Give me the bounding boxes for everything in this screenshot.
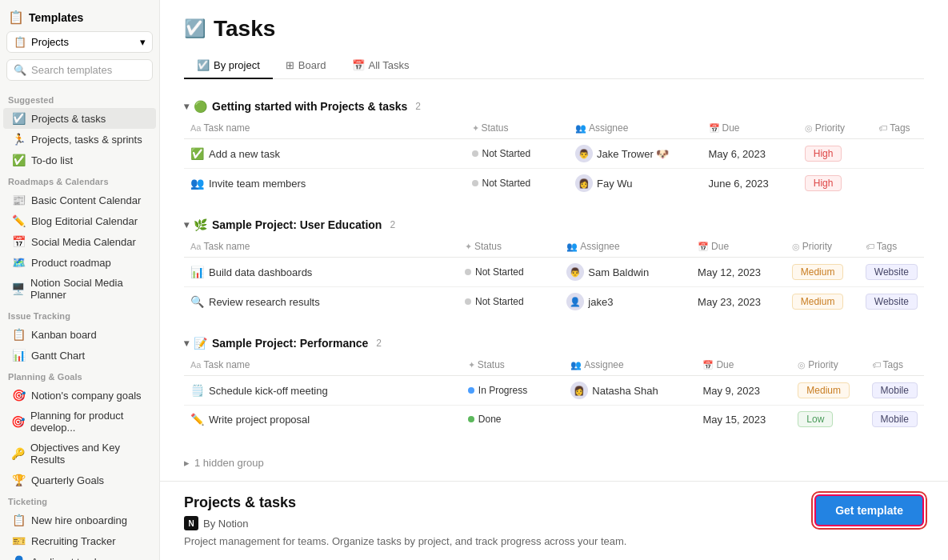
sidebar-item-label: To-do list [31, 154, 73, 166]
tag-badge: Mobile [872, 411, 918, 427]
avatar: 👨 [575, 145, 593, 162]
sidebar-item-kanban[interactable]: 📋 Kanban board [3, 324, 156, 345]
project-group-header-2[interactable]: ▾ 📝 Sample Project: Performance 2 [184, 332, 924, 354]
priority-badge: Low [798, 411, 833, 427]
sidebar-item-basic-content[interactable]: 📰 Basic Content Calendar [3, 190, 156, 210]
tab-by-project[interactable]: ☑️ By project [184, 53, 273, 79]
basic-content-icon: 📰 [11, 194, 26, 206]
planning-develop-icon: 🎯 [11, 415, 25, 428]
th-priority: ◎Priority [798, 118, 873, 139]
sidebar-item-label: Social Media Calendar [31, 236, 136, 248]
sidebar-title: 📋 Templates [0, 0, 159, 31]
by-project-icon: ☑️ [197, 59, 210, 71]
th-task-name: AaTask name [184, 118, 466, 139]
projects-tasks-icon: ☑️ [11, 112, 26, 125]
sidebar-item-product-roadmap[interactable]: 🗺️ Product roadmap [3, 252, 156, 273]
sidebar-item-label: Projects, tasks & sprints [31, 134, 142, 146]
th-priority: ◎Priority [791, 354, 865, 376]
status-text: Not Started [475, 266, 524, 278]
due-date: June 6, 2023 [709, 178, 769, 190]
bottom-title: Projects & tasks [184, 494, 626, 511]
project-name: Getting started with Projects & tasks [212, 100, 407, 113]
status-dot [465, 298, 471, 305]
task-emoji: 🔍 [190, 295, 204, 308]
sidebar-item-label: Projects & tasks [31, 113, 106, 125]
sidebar-item-projects-tasks[interactable]: ☑️ Projects & tasks [3, 108, 156, 129]
due-date: May 23, 2023 [698, 296, 761, 308]
search-box[interactable]: 🔍 Search templates [6, 59, 153, 81]
th-tags: 🏷Tags [872, 118, 924, 139]
company-goals-icon: 🎯 [11, 389, 26, 402]
applicant-icon: 👤 [11, 555, 26, 560]
sidebar-item-todo[interactable]: ✅ To-do list [3, 150, 156, 170]
project-group-header-0[interactable]: ▾ 🟢 Getting started with Projects & task… [184, 95, 924, 118]
tag-badge: Website [866, 294, 918, 310]
main-panel: ☑️ Tasks ☑️ By project ⊞ Board 📅 All Tas… [160, 0, 948, 560]
sidebar-item-quarterly-goals[interactable]: 🏆 Quarterly Goals [3, 470, 156, 490]
task-emoji: ✏️ [190, 413, 204, 426]
page-title-icon: ☑️ [184, 18, 206, 39]
page-title-row: ☑️ Tasks [184, 16, 924, 42]
hidden-group-row[interactable]: ▸ 1 hidden group [184, 449, 924, 477]
task-name: Review research results [209, 296, 320, 308]
sidebar-item-social-media[interactable]: 📅 Social Media Calendar [3, 231, 156, 252]
th-priority: ◎Priority [786, 236, 859, 258]
task-table-0: AaTask name ✦Status 👥Assignee 📅Due ◎Prio… [184, 118, 924, 198]
tag-badge: Mobile [872, 382, 918, 398]
th-assignee: 👥Assignee [569, 118, 702, 139]
tab-board[interactable]: ⊞ Board [273, 53, 339, 79]
tab-all-tasks[interactable]: 📅 All Tasks [339, 53, 422, 79]
projects-dropdown[interactable]: 📋 Projects ▾ [6, 31, 153, 53]
sidebar-item-label: Notion Social Media Planner [30, 277, 148, 301]
project-count: 2 [415, 101, 421, 112]
sidebar-item-okr[interactable]: 🔑 Objectives and Key Results [3, 438, 156, 470]
sidebar-item-label: Product roadmap [31, 257, 111, 269]
due-date: May 6, 2023 [709, 148, 766, 160]
table-row: ✏️Write project proposal Done May 15, 20… [184, 406, 924, 434]
todo-icon: ✅ [11, 154, 26, 166]
sidebar-item-notion-social[interactable]: 🖥️ Notion Social Media Planner [3, 273, 156, 305]
th-assignee: 👥Assignee [564, 354, 696, 376]
project-icon: 🌿 [194, 218, 207, 231]
avatar: 👤 [566, 293, 584, 310]
sidebar-item-label: Blog Editorial Calendar [31, 215, 138, 227]
sidebar-item-applicant[interactable]: 👤 Applicant tracker [3, 551, 156, 560]
chevron-right-icon: ▸ [184, 457, 190, 469]
table-row: 🗒️Schedule kick-off meeting In Progress … [184, 376, 924, 406]
project-group-header-1[interactable]: ▾ 🌿 Sample Project: User Education 2 [184, 214, 924, 236]
gantt-icon: 📊 [11, 349, 26, 362]
by-label: By Notion [203, 518, 248, 530]
status-text: Not Started [482, 148, 531, 159]
task-emoji: 👥 [190, 177, 204, 190]
task-name: Invite team members [209, 178, 306, 190]
project-name: Sample Project: Performance [212, 337, 368, 350]
table-row: 👥Invite team members Not Started 👩Fay Wu… [184, 169, 924, 198]
sidebar-item-company-goals[interactable]: 🎯 Notion's company goals [3, 385, 156, 406]
quarterly-goals-icon: 🏆 [11, 474, 26, 486]
sidebar-item-onboarding[interactable]: 📋 New hire onboarding [3, 510, 156, 530]
chevron-down-icon: ▾ [140, 36, 146, 48]
assignee-name: Jake Trower 🐶 [597, 148, 669, 160]
task-emoji: 📊 [190, 266, 204, 278]
search-icon: 🔍 [14, 64, 26, 76]
project-icon: 📝 [194, 337, 207, 350]
sidebar-item-label: Gantt Chart [31, 350, 85, 362]
get-template-button[interactable]: Get template [814, 494, 924, 526]
sidebar-item-label: Recruiting Tracker [31, 535, 115, 547]
sidebar-item-recruiting[interactable]: 🎫 Recruiting Tracker [3, 530, 156, 551]
sidebar-item-blog-editorial[interactable]: ✏️ Blog Editorial Calendar [3, 210, 156, 231]
table-row: ✅Add a new task Not Started 👨Jake Trower… [184, 139, 924, 169]
sidebar-item-gantt[interactable]: 📊 Gantt Chart [3, 345, 156, 366]
board-icon: ⊞ [286, 59, 294, 71]
app-title: Templates [29, 11, 83, 24]
sidebar-item-planning-develop[interactable]: 🎯 Planning for product develop... [3, 406, 156, 438]
bottom-by: N By Notion [184, 516, 626, 530]
notion-logo: N [184, 516, 198, 530]
project-group-2: ▾ 📝 Sample Project: Performance 2 AaTask… [184, 332, 924, 433]
okr-icon: 🔑 [11, 447, 25, 460]
task-name: Build data dashboards [209, 266, 312, 278]
bottom-bar: Projects & tasks N By Notion Project man… [160, 481, 948, 560]
task-name: Write project proposal [209, 414, 310, 426]
sidebar-item-sprints[interactable]: 🏃 Projects, tasks & sprints [3, 129, 156, 150]
avatar: 👩 [575, 174, 593, 192]
